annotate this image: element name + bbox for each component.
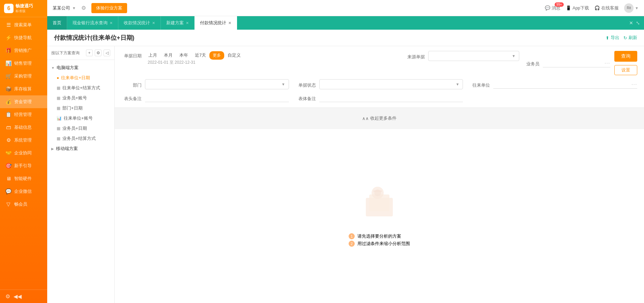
- query-button[interactable]: 查询: [614, 51, 637, 62]
- desktop-group-label: 电脑端方案: [57, 65, 79, 71]
- close-all-icon[interactable]: ✕: [629, 20, 633, 26]
- top-header: 某某公司 ▼ ⚙ 体验行业方案 💬 消息 99+ 📱 App下载 🎧 在线客服 …: [47, 0, 644, 16]
- collection-tab-label: 收款情况统计: [124, 20, 150, 26]
- export-button[interactable]: ⬆ 导出: [606, 35, 619, 41]
- empty-illustration: [359, 184, 400, 225]
- collapse-icon: ◁: [106, 51, 109, 55]
- notification-btn[interactable]: 💬 消息 99+: [545, 5, 560, 11]
- partner-more-btn[interactable]: ···: [632, 82, 637, 87]
- scheme-item-partner-date[interactable]: ● 往来单位+日期: [47, 73, 114, 83]
- source-bill-select[interactable]: ▼: [428, 51, 519, 61]
- footer-settings-icon[interactable]: ⚙: [5, 293, 10, 300]
- sidebar-item-label: 系统管理: [14, 137, 32, 143]
- tab-payment[interactable]: 付款情况统计 ✕: [195, 16, 237, 30]
- date-filter-group: 单据日期 上月 本月 本年 近7天 更多 自定义: [121, 51, 405, 65]
- footer-collapse-icon[interactable]: ◀◀: [13, 293, 22, 300]
- filter-section: 单据日期 上月 本月 本年 近7天 更多 自定义: [115, 46, 644, 129]
- scheme-panel-header: 按以下方案查询 + ⚙ ◁: [47, 46, 114, 60]
- scheme-item-label: 业务员+账号: [62, 95, 87, 101]
- filter-row-3: 表头备注 表体备注: [121, 93, 637, 102]
- radio-active-icon: ●: [57, 75, 59, 80]
- sidebar-item-label: 快捷导航: [14, 35, 32, 41]
- tab-home[interactable]: 首页: [47, 16, 67, 30]
- app-download-btn[interactable]: 📱 App下载: [566, 5, 589, 11]
- grid-icon3: ▦: [57, 106, 60, 111]
- sidebar-item-member[interactable]: ▽ 畅会员: [0, 198, 47, 211]
- empty-state: 1 请先选择要分析的方案 2 用过滤条件来缩小分析范围: [115, 129, 644, 303]
- tab-collection[interactable]: 收款情况统计 ✕: [118, 16, 161, 30]
- date-custom[interactable]: 自定义: [224, 51, 244, 60]
- sidebar-item-corp[interactable]: 🤝 企业协同: [0, 147, 47, 159]
- scheme-collapse-button[interactable]: ◁: [104, 50, 110, 56]
- scheme-add-button[interactable]: +: [86, 50, 93, 56]
- dept-select[interactable]: ▼: [145, 79, 289, 89]
- tab-new-close[interactable]: ✕: [186, 21, 189, 25]
- scheme-item-staff-date[interactable]: ▦ 业务员+日期: [47, 123, 114, 133]
- sidebar-item-hardware[interactable]: 🖥 智能硬件: [0, 172, 47, 185]
- tab-new[interactable]: 新建方案 ✕: [161, 16, 195, 30]
- corp-icon: 🤝: [5, 150, 11, 156]
- date-last7[interactable]: 近7天: [192, 51, 209, 60]
- staff-more-btn[interactable]: ···: [605, 60, 610, 65]
- sidebar-item-marketing[interactable]: 🎁 营销推广: [0, 44, 47, 57]
- sidebar-item-finance[interactable]: 💰 资金管理: [0, 95, 47, 108]
- scheme-group-mobile-header[interactable]: ▶ 移动端方案: [47, 144, 114, 154]
- bill-status-label: 单据状态: [296, 80, 319, 88]
- sidebar-item-system[interactable]: ⚙ 系统管理: [0, 134, 47, 147]
- refresh-button[interactable]: ↻ 刷新: [623, 35, 637, 41]
- settings-icon: ⚙: [5, 137, 11, 143]
- box-icon: 📦: [5, 86, 11, 92]
- scheme-item-partner-account[interactable]: 📊 往来单位+账号: [47, 113, 114, 123]
- tab-bank[interactable]: 现金银行流水查询 ✕: [67, 16, 118, 30]
- sidebar-item-sales[interactable]: 📊 销售管理: [0, 57, 47, 70]
- sidebar-item-business[interactable]: 📋 经营管理: [0, 108, 47, 121]
- header-right: 💬 消息 99+ 📱 App下载 🎧 在线客服 Rit ▼: [545, 3, 639, 13]
- notification-badge: 99+: [555, 2, 564, 7]
- arrow-right-icon: ▶: [51, 147, 54, 151]
- company-selector[interactable]: 某某公司 ▼: [53, 5, 76, 11]
- scheme-item-dept-date[interactable]: ▦ 部门+日期: [47, 103, 114, 113]
- scheme-header-label: 按以下方案查询: [51, 50, 80, 56]
- tab-bank-close[interactable]: ✕: [110, 21, 113, 25]
- partner-input-wrap: ···: [493, 80, 637, 89]
- sidebar-item-inventory[interactable]: 📦 库存核算: [0, 83, 47, 95]
- tab-collection-close[interactable]: ✕: [152, 21, 155, 25]
- sidebar-item-purchase[interactable]: 🛒 采购管理: [0, 70, 47, 83]
- guide-icon: 🎯: [5, 163, 11, 169]
- header-settings-icon[interactable]: ⚙: [81, 5, 86, 11]
- online-service-btn[interactable]: 🎧 在线客服: [594, 5, 619, 11]
- sidebar-item-label: 企业协同: [14, 150, 32, 156]
- date-this-year[interactable]: 本年: [176, 51, 192, 60]
- scheme-item-partner-settle[interactable]: ▦ 往来单位+结算方式: [47, 83, 114, 93]
- export-label: 导出: [611, 35, 619, 41]
- date-last-month[interactable]: 上月: [145, 51, 160, 60]
- sidebar-item-guide[interactable]: 🎯 新手引导: [0, 159, 47, 172]
- filter-settings-button[interactable]: 设置: [614, 65, 637, 75]
- date-more-btn[interactable]: 更多: [209, 51, 224, 60]
- scheme-group-desktop-header[interactable]: ▼ 电脑端方案: [47, 63, 114, 73]
- collapse-label: 收起更多条件: [370, 115, 397, 121]
- sidebar-footer: ⚙ ◀◀: [0, 290, 47, 303]
- filter-row-1: 单据日期 上月 本月 本年 近7天 更多 自定义: [121, 51, 637, 75]
- scheme-settings-button[interactable]: ⚙: [95, 50, 101, 56]
- collapse-more-btn[interactable]: ∧∧ 收起更多条件: [357, 113, 402, 123]
- grid-icon: ▦: [57, 86, 60, 90]
- sidebar-item-base[interactable]: 🗃 基础信息: [0, 121, 47, 134]
- sidebar-item-wechat[interactable]: 💬 企业微信: [0, 185, 47, 198]
- source-bill-arrow: ▼: [512, 54, 516, 58]
- trial-button[interactable]: 体验行业方案: [91, 3, 127, 13]
- bill-status-select[interactable]: ▼: [319, 79, 463, 89]
- scheme-item-staff-settle[interactable]: ▦ 业务员+结算方式: [47, 133, 114, 144]
- user-menu[interactable]: Rit ▼: [624, 3, 639, 13]
- scheme-item-staff-account[interactable]: ▦ 业务员+账号: [47, 93, 114, 103]
- expand-icon[interactable]: ⤡: [636, 20, 640, 26]
- refresh-label: 刷新: [628, 35, 637, 41]
- partner-group: 往来单位 ···: [470, 80, 637, 89]
- tab-payment-close[interactable]: ✕: [228, 21, 231, 25]
- sidebar-item-quicknav[interactable]: ⚡ 快捷导航: [0, 31, 47, 44]
- body-note-input[interactable]: [319, 93, 463, 102]
- page-header-actions: ⬆ 导出 ↻ 刷新: [606, 35, 637, 41]
- header-note-input[interactable]: [145, 93, 289, 102]
- sidebar-item-search[interactable]: ☰ 搜索菜单: [0, 19, 47, 31]
- date-this-month[interactable]: 本月: [160, 51, 176, 60]
